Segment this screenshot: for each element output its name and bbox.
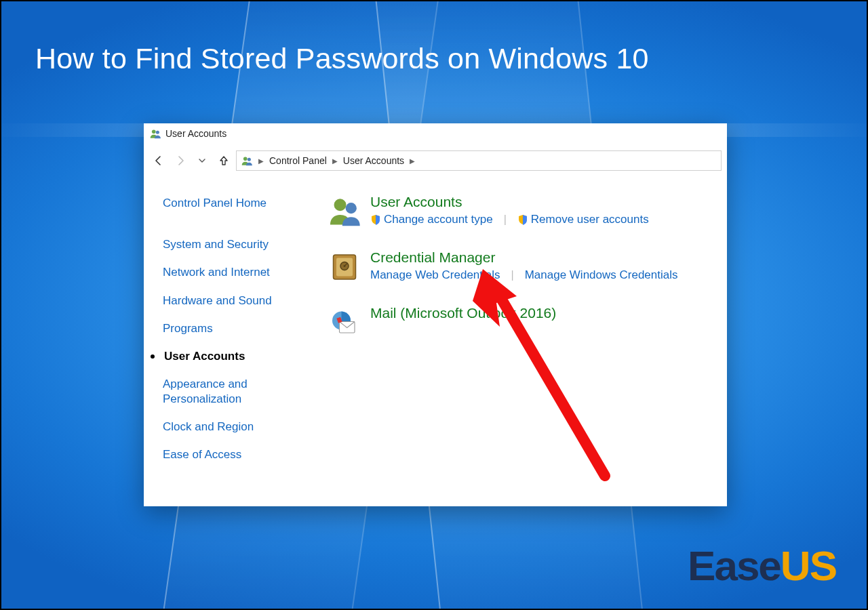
category-title[interactable]: Credential Manager [370,249,678,266]
control-panel-home-link[interactable]: Control Panel Home [163,197,307,210]
logo-part1: Ease [688,542,781,589]
sidebar-item-system-security[interactable]: System and Security [163,237,307,251]
sidebar-item-label: Programs [163,321,213,336]
shield-icon [370,214,381,225]
sidebar-item-label: System and Security [163,237,269,251]
sidebar: Control Panel Home System and Security N… [144,178,320,506]
window-title: User Accounts [165,128,226,139]
category-title[interactable]: Mail (Microsoft Outlook 2016) [370,305,556,321]
sidebar-item-label: Appearance and Personalization [163,377,307,406]
sidebar-item-programs[interactable]: Programs [163,321,307,336]
control-panel-window: User Accounts ▶ Control Panel [144,123,727,506]
separator: | [504,214,507,226]
svg-point-5 [346,203,357,214]
chevron-right-icon: ▶ [330,157,340,165]
chevron-right-icon: ▶ [256,157,267,165]
remove-user-accounts-link[interactable]: Remove user accounts [517,213,649,226]
manage-web-credentials-link[interactable]: Manage Web Credentials [370,268,500,282]
sidebar-item-user-accounts[interactable]: User Accounts [163,349,307,363]
sidebar-item-ease-of-access[interactable]: Ease of Access [163,447,307,462]
current-bullet-icon [151,354,155,359]
svg-point-2 [243,157,248,161]
shield-icon [517,214,528,225]
sidebar-item-hardware-sound[interactable]: Hardware and Sound [163,293,307,308]
user-accounts-icon [241,155,253,167]
up-button[interactable] [214,151,233,170]
logo-part2: US [781,542,836,589]
manage-windows-credentials-link[interactable]: Manage Windows Credentials [525,268,678,282]
breadcrumb-current[interactable]: User Accounts [343,155,404,166]
recent-dropdown[interactable] [193,151,212,170]
sidebar-item-label: Network and Internet [163,265,270,279]
window-body: Control Panel Home System and Security N… [144,178,727,506]
mail-icon [327,305,362,340]
category-mail: Mail (Microsoft Outlook 2016) [327,305,707,340]
user-accounts-icon [149,127,161,140]
change-account-type-link[interactable]: Change account type [370,213,493,226]
sidebar-item-label: Hardware and Sound [163,293,272,308]
category-user-accounts: User Accounts Change account type | [327,194,707,229]
easeus-logo: EaseUS [688,542,836,590]
sidebar-item-label: User Accounts [164,349,245,363]
breadcrumb-root[interactable]: Control Panel [269,155,327,166]
main-content: User Accounts Change account type | [320,178,727,506]
svg-point-4 [334,199,347,211]
task-label: Remove user accounts [531,213,649,226]
task-label: Manage Windows Credentials [525,268,678,282]
chevron-right-icon: ▶ [407,157,418,165]
task-links: Manage Web Credentials | Manage Windows … [370,268,678,282]
user-accounts-icon [327,194,362,229]
sidebar-item-label: Ease of Access [163,447,241,462]
task-links: Change account type | Remove user accoun… [370,213,649,226]
svg-point-1 [156,131,159,134]
task-label: Manage Web Credentials [370,268,500,282]
svg-point-0 [152,129,156,134]
sidebar-item-label: Clock and Region [163,420,254,434]
nav-row: ▶ Control Panel ▶ User Accounts ▶ [144,144,727,178]
sidebar-item-network-internet[interactable]: Network and Internet [163,265,307,279]
task-label: Change account type [384,213,493,226]
category-credential-manager: Credential Manager Manage Web Credential… [327,249,707,285]
credential-manager-icon [327,249,362,285]
svg-point-3 [248,158,251,161]
forward-button[interactable] [171,151,190,170]
back-button[interactable] [149,151,168,170]
sidebar-item-appearance[interactable]: Appearance and Personalization [163,377,307,406]
address-bar[interactable]: ▶ Control Panel ▶ User Accounts ▶ [236,150,722,171]
window-titlebar: User Accounts [144,123,727,144]
sidebar-item-clock-region[interactable]: Clock and Region [163,420,307,434]
page-title: How to Find Stored Passwords on Windows … [35,42,649,75]
category-title[interactable]: User Accounts [370,194,649,210]
separator: | [511,269,514,281]
